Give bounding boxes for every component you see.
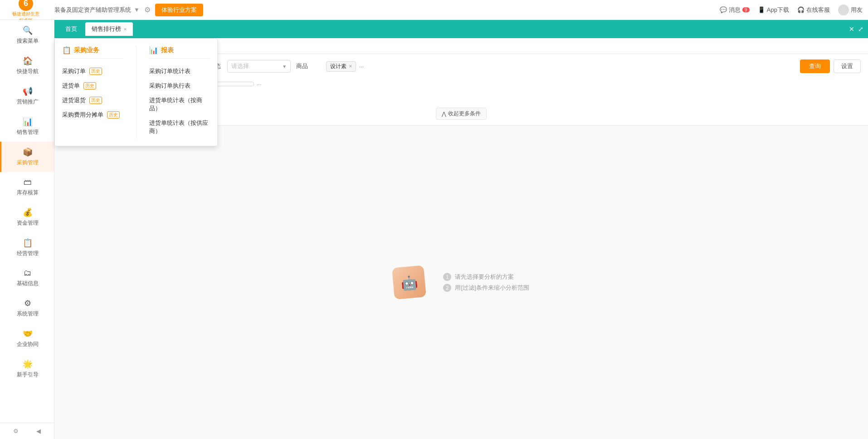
tab-sales-rank[interactable]: 销售排行榜 × [85,22,133,36]
empty-step-1: 1 请先选择要分析的方案 [443,273,529,281]
purchase-return-item[interactable]: 进货退货 历史 [62,93,123,108]
collapse-button[interactable]: ⋀ 收起更多条件 [436,108,487,120]
report-section: 📊 报表 采购订单统计表 采购订单执行表 进货单统计表（按商品） 进货单统计表（… [149,46,210,138]
sidebar-item-guide[interactable]: 🌟 新手引导 [0,354,54,384]
doc-status-arrow: ▼ [282,64,287,69]
empty-illustration: 🤖 [392,265,426,300]
sidebar-collapse-icon[interactable]: ◀ [36,428,41,434]
purchase-order-stats-item[interactable]: 采购订单统计表 [149,64,210,79]
sidebar-item-quick[interactable]: 🏠 快捷导航 [0,50,54,81]
message-icon: 💬 [720,6,727,13]
settings-icon[interactable]: ⚙ [144,5,151,14]
gear-icon: ⚙ [24,298,31,308]
step-1-number: 1 [443,273,451,281]
messages-button[interactable]: 💬 消息 9 [720,6,750,14]
avatar [838,5,849,15]
doc-status-select[interactable]: 请选择 ▼ [227,60,291,73]
topbar-right: 💬 消息 9 📱 App下载 🎧 在线客服 用友 [720,5,863,15]
purchase-expense-item[interactable]: 采购费用分摊单 历史 [62,108,123,122]
goods-more-icon[interactable]: ··· [359,63,364,70]
box-icon: 📦 [23,147,33,157]
handshake-icon: 🤝 [23,329,33,339]
salesman-more-icon[interactable]: ··· [257,81,262,88]
logo-text: 畅捷通好生意 [12,11,39,17]
empty-state: 🤖 1 请先选择要分析的方案 2 用[过滤]条件来缩小分析范围 [54,126,868,439]
sidebar-item-search[interactable]: 🔍 搜索菜单 [0,20,54,50]
folder-icon: 🗂 [24,268,32,278]
purchase-receipt-history-badge: 历史 [83,82,96,89]
search-icon: 🔍 [23,25,33,35]
goods-filter: 商品 设计素 × ··· [296,61,364,72]
goods-tag-close[interactable]: × [349,63,352,69]
sidebar-item-marketing[interactable]: 📢 营销推广 [0,81,54,111]
sidebar-item-purchase[interactable]: 📦 采购管理 [0,142,54,172]
report-section-title: 📊 报表 [149,46,210,59]
report-section-icon: 📊 [149,46,158,54]
topbar: 6 畅捷通好生意 标准版 装备及固定资产辅助管理系统 ▼ ⚙ 体验行业方案 💬 … [0,0,868,20]
warehouse-icon: 🗃 [24,178,32,187]
purchase-dropdown-menu: 📋 采购业务 采购订单 历史 进货单 历史 进货退货 历史 采购费用分摊单 历史… [54,38,218,146]
app-download-button[interactable]: 📱 App下载 [758,6,789,14]
goods-tag: 设计素 × [326,61,356,72]
headset-icon: 🎧 [797,6,805,13]
goods-label: 商品 [296,62,323,70]
megaphone-icon: 📢 [23,86,33,96]
settings-button[interactable]: 设置 [834,59,861,73]
collapse-up-icon: ⋀ [442,111,446,117]
query-button[interactable]: 查询 [800,59,830,73]
purchase-order-history-badge: 历史 [89,68,102,75]
purchase-section-title: 📋 采购业务 [62,46,123,59]
clipboard-icon: 📋 [23,238,33,248]
tab-close-window-icon[interactable]: ✕ [849,25,854,33]
home-icon: 🏠 [23,56,33,66]
purchase-receipt-item[interactable]: 进货单 历史 [62,79,123,93]
message-badge: 9 [742,7,750,12]
empty-steps: 1 请先选择要分析的方案 2 用[过滤]条件来缩小分析范围 [443,273,529,292]
empty-step-2: 2 用[过滤]条件来缩小分析范围 [443,284,529,292]
sidebar-item-sales[interactable]: 📊 销售管理 [0,111,54,142]
tab-maximize-icon[interactable]: ⤢ [858,25,863,33]
system-name: 装备及固定资产辅助管理系统 ▼ [54,6,140,14]
online-service-button[interactable]: 🎧 在线客服 [797,6,830,14]
tab-bar: 首页 销售排行榜 × ✕ ⤢ [54,20,868,38]
receipt-stats-by-goods-item[interactable]: 进货单统计表（按商品） [149,93,210,116]
logo-icon: 6 [19,0,33,11]
sidebar-item-basic[interactable]: 🗂 基础信息 [0,263,54,293]
sidebar: 🔍 搜索菜单 🏠 快捷导航 📢 营销推广 📊 销售管理 📦 采购管理 🗃 库存核… [0,20,54,439]
sidebar-item-system[interactable]: ⚙ 系统管理 [0,293,54,323]
system-dropdown-arrow[interactable]: ▼ [134,6,140,13]
phone-icon: 📱 [758,6,765,13]
step-2-number: 2 [443,284,451,292]
chart-icon: 📊 [23,117,33,127]
industry-solution-button[interactable]: 体验行业方案 [155,4,203,16]
star-icon: 🌟 [23,359,33,369]
money-icon: 💰 [23,207,33,217]
sidebar-settings-icon[interactable]: ⚙ [13,428,19,434]
tab-close-icon[interactable]: × [124,26,127,32]
purchase-return-history-badge: 历史 [89,97,102,104]
sidebar-item-operation[interactable]: 📋 经营管理 [0,232,54,263]
purchase-order-item[interactable]: 采购订单 历史 [62,64,123,79]
sidebar-bottom: ⚙ ◀ [0,423,54,439]
receipt-stats-by-supplier-item[interactable]: 进货单统计表（按供应商） [149,116,210,138]
purchase-expense-history-badge: 历史 [107,111,120,118]
sidebar-item-inventory[interactable]: 🗃 库存核算 [0,172,54,202]
purchase-section-icon: 📋 [62,46,71,54]
tab-bar-right: ✕ ⤢ [849,25,863,33]
menu-section-divider [136,46,137,138]
purchase-order-exec-item[interactable]: 采购订单执行表 [149,79,210,93]
user-menu-button[interactable]: 用友 [838,5,863,15]
sidebar-item-finance[interactable]: 💰 资金管理 [0,202,54,232]
purchase-business-section: 📋 采购业务 采购订单 历史 进货单 历史 进货退货 历史 采购费用分摊单 历史 [62,46,123,138]
sidebar-item-enterprise[interactable]: 🤝 企业协同 [0,323,54,354]
tab-home[interactable]: 首页 [59,22,83,36]
action-buttons: 查询 设置 [800,59,861,73]
